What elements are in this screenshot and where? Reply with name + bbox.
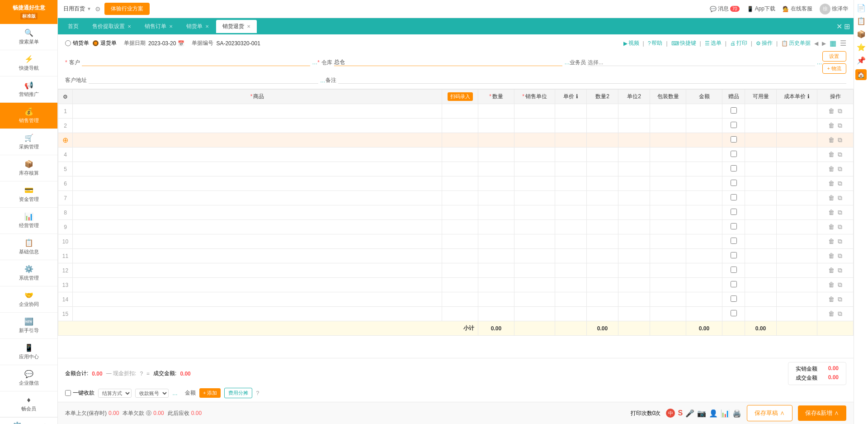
- cost-cell[interactable]: [777, 191, 817, 205]
- tool-mic-icon[interactable]: 🎤: [685, 409, 694, 418]
- customer-input[interactable]: [82, 59, 311, 66]
- delete-row-icon[interactable]: 🗑: [828, 310, 835, 317]
- qty2-cell[interactable]: [587, 191, 618, 205]
- available-cell[interactable]: [745, 234, 777, 249]
- pack-qty-cell[interactable]: [650, 292, 686, 307]
- industry-dropdown[interactable]: 日用百货 ▼: [63, 5, 91, 13]
- cost-cell[interactable]: [777, 292, 817, 307]
- price-cell[interactable]: [555, 205, 587, 220]
- price-cell[interactable]: [555, 249, 587, 263]
- warehouse-input[interactable]: [334, 59, 563, 66]
- delete-row-icon[interactable]: 🗑: [828, 165, 835, 172]
- product-cell[interactable]: [73, 119, 442, 133]
- unit2-cell[interactable]: [618, 249, 650, 263]
- qty2-cell[interactable]: [587, 307, 618, 321]
- cost-cell[interactable]: [777, 278, 817, 292]
- price-cell[interactable]: [555, 162, 587, 176]
- available-cell[interactable]: [745, 307, 777, 321]
- qty2-cell[interactable]: [587, 104, 618, 119]
- remark-input[interactable]: [338, 77, 846, 84]
- unit2-cell[interactable]: [618, 133, 650, 148]
- cost-cell[interactable]: [777, 148, 817, 162]
- amount-cell[interactable]: [686, 104, 722, 119]
- pack-qty-cell[interactable]: [650, 307, 686, 321]
- qty-cell[interactable]: [478, 191, 514, 205]
- pack-qty-cell[interactable]: [650, 263, 686, 278]
- amount-cell[interactable]: [686, 249, 722, 263]
- qty2-cell[interactable]: [587, 278, 618, 292]
- delete-row-icon[interactable]: 🗑: [828, 107, 835, 114]
- price-cell[interactable]: [555, 292, 587, 307]
- prev-icon[interactable]: ◀: [814, 40, 818, 47]
- available-cell[interactable]: [745, 162, 777, 176]
- help-btn[interactable]: ? 帮助: [648, 39, 663, 47]
- available-cell[interactable]: [745, 249, 777, 263]
- qty-cell[interactable]: [478, 234, 514, 249]
- pack-qty-cell[interactable]: [650, 278, 686, 292]
- available-cell[interactable]: [745, 148, 777, 162]
- cost-cell[interactable]: [777, 205, 817, 220]
- copy-row-icon[interactable]: ⧉: [838, 136, 842, 143]
- cost-cell[interactable]: [777, 249, 817, 263]
- qty-cell[interactable]: [478, 133, 514, 148]
- copy-row-icon[interactable]: ⧉: [838, 310, 842, 317]
- rp-star-icon[interactable]: ⭐: [857, 43, 866, 52]
- tab-sales-return[interactable]: 销货退货 ✕: [216, 20, 257, 33]
- app-download-btn[interactable]: 📱 App下载: [747, 5, 775, 13]
- pack-qty-cell[interactable]: [650, 249, 686, 263]
- list-view-icon[interactable]: ☰: [840, 39, 846, 48]
- fee-btn[interactable]: 费用分摊: [224, 388, 252, 398]
- qty-cell[interactable]: [478, 162, 514, 176]
- price-cell[interactable]: [555, 220, 587, 234]
- price-cell[interactable]: [555, 119, 587, 133]
- product-cell[interactable]: [73, 263, 442, 278]
- qty-cell[interactable]: [478, 263, 514, 278]
- available-cell[interactable]: [745, 263, 777, 278]
- unit-cell[interactable]: [514, 205, 555, 220]
- copy-row-icon[interactable]: ⧉: [838, 122, 842, 129]
- pack-qty-cell[interactable]: [650, 220, 686, 234]
- unit2-cell[interactable]: [618, 104, 650, 119]
- unit2-cell[interactable]: [618, 191, 650, 205]
- tool-print-icon[interactable]: 🖨️: [732, 409, 741, 418]
- delete-row-icon[interactable]: 🗑: [828, 122, 835, 129]
- pack-qty-cell[interactable]: [650, 191, 686, 205]
- sidebar-item-system[interactable]: ⚙️ 系统管理: [0, 260, 57, 286]
- product-input[interactable]: [75, 137, 440, 143]
- qty-cell[interactable]: [478, 278, 514, 292]
- th-gear[interactable]: ⚙: [58, 90, 73, 104]
- product-cell[interactable]: [73, 220, 442, 234]
- amount-cell[interactable]: [686, 148, 722, 162]
- delete-row-icon[interactable]: 🗑: [828, 136, 835, 143]
- rp-doc-icon[interactable]: 📄: [857, 4, 866, 12]
- amount-cell[interactable]: [686, 220, 722, 234]
- amount-cell[interactable]: [686, 176, 722, 191]
- price-cell[interactable]: [555, 133, 587, 148]
- delete-row-icon[interactable]: 🗑: [828, 267, 835, 274]
- cost-cell[interactable]: [777, 234, 817, 249]
- pack-qty-cell[interactable]: [650, 119, 686, 133]
- next-icon[interactable]: ▶: [822, 40, 826, 47]
- product-cell[interactable]: [73, 148, 442, 162]
- history-btn[interactable]: 📋 历史单据: [781, 39, 811, 47]
- available-cell[interactable]: [745, 292, 777, 307]
- qty-cell[interactable]: [478, 292, 514, 307]
- price-cell[interactable]: [555, 234, 587, 249]
- unit-cell[interactable]: [514, 263, 555, 278]
- amount-cell[interactable]: [686, 205, 722, 220]
- qty-cell[interactable]: [478, 176, 514, 191]
- calendar-icon[interactable]: 📅: [178, 40, 184, 47]
- price-cell[interactable]: [555, 191, 587, 205]
- gift-cell[interactable]: [722, 220, 745, 234]
- unit2-cell[interactable]: [618, 307, 650, 321]
- amount-cell[interactable]: [686, 263, 722, 278]
- tool-chart-icon[interactable]: 📊: [721, 409, 730, 418]
- copy-row-icon[interactable]: ⧉: [838, 107, 842, 114]
- customer-picker[interactable]: …: [312, 59, 317, 66]
- qty2-cell[interactable]: [587, 162, 618, 176]
- qty2-cell[interactable]: [587, 119, 618, 133]
- product-cell[interactable]: [73, 104, 442, 119]
- amount-cell[interactable]: [686, 292, 722, 307]
- gift-cell[interactable]: [722, 205, 745, 220]
- gift-cell[interactable]: [722, 119, 745, 133]
